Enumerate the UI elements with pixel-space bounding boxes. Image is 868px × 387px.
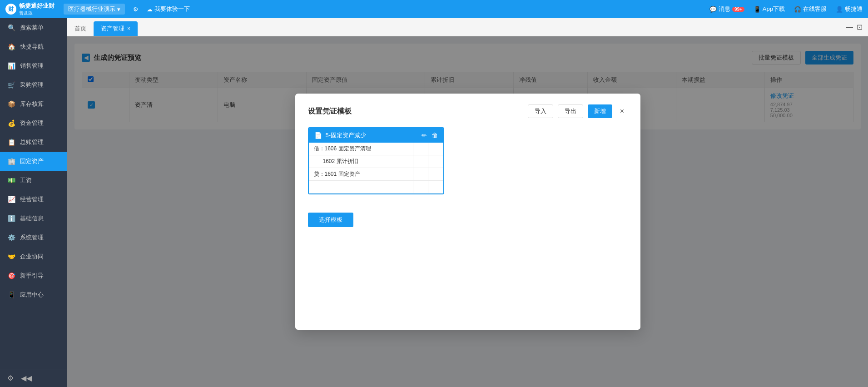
funds-icon: 💰: [7, 119, 15, 127]
entry-empty: [309, 181, 413, 194]
template-name: 5-固定资产减少: [326, 131, 367, 139]
entry-type-2: 1602 累计折旧: [309, 155, 413, 168]
sidebar-item-basic-info[interactable]: ℹ️ 基础信息: [0, 209, 67, 228]
logo-icon: 财: [5, 4, 16, 15]
page-content: ◀ 生成的凭证预览 批量凭证模板 全部生成凭证 变动类型 资产名称: [67, 36, 868, 387]
fixed-assets-icon: 🏢: [7, 157, 15, 165]
modal-title: 设置凭证模板: [308, 107, 352, 116]
template-card-body: 借：1606 固定资产清理 1602 累计折旧: [309, 143, 443, 194]
sidebar-item-system[interactable]: ⚙️ 系统管理: [0, 228, 67, 247]
app-center-icon: 📱: [7, 291, 15, 299]
entry-empty-debit: [413, 181, 428, 194]
sidebar: 🔍 搜索菜单 🏠 快捷导航 📊 销售管理 🛒 采购管理 📦 库存核算 💰: [0, 18, 67, 387]
window-minimize-button[interactable]: —: [846, 23, 853, 31]
sidebar-collapse-button[interactable]: ◀◀: [21, 374, 32, 382]
sidebar-label-salary: 工资: [20, 176, 32, 184]
export-button[interactable]: 导出: [558, 104, 583, 118]
enterprise-icon: 🤝: [7, 253, 15, 261]
main-layout: 🔍 搜索菜单 🏠 快捷导航 📊 销售管理 🛒 采购管理 📦 库存核算 💰: [0, 18, 868, 387]
template-entry-row: 借：1606 固定资产清理: [309, 143, 443, 155]
entry-credit-3: [428, 168, 443, 181]
entry-debit-3: [413, 168, 428, 181]
entry-credit-1: [428, 143, 443, 155]
experience-button[interactable]: ☁ 我要体验一下: [147, 5, 190, 13]
entry-type-3: 贷：1601 固定资产: [309, 168, 413, 181]
settings-button[interactable]: ⚙: [129, 3, 142, 15]
sidebar-item-app-center[interactable]: 📱 应用中心: [0, 285, 67, 304]
sidebar-item-ledger[interactable]: 📋 总账管理: [0, 133, 67, 152]
content-area: 首页 资产管理 × — ⊡ ◀ 生成的凭证预览 批量凭证模板: [67, 18, 868, 387]
sidebar-item-search[interactable]: 🔍 搜索菜单: [0, 18, 67, 37]
company-selector[interactable]: 医疗器械行业演示 ▾: [64, 4, 125, 15]
sales-icon: 📊: [7, 62, 15, 70]
headset-icon: 🎧: [794, 6, 801, 13]
sidebar-label-purchase: 采购管理: [20, 81, 44, 89]
template-card-actions: ✏ 🗑: [422, 132, 438, 139]
modal-overlay: 设置凭证模板 导入 导出 新增 × 📄: [67, 36, 868, 387]
home-icon: 🏠: [7, 43, 15, 51]
tab-close-button[interactable]: ×: [127, 25, 130, 32]
sidebar-item-salary[interactable]: 💵 工资: [0, 171, 67, 190]
sidebar-label-system: 系统管理: [20, 233, 44, 242]
template-empty-row: [309, 181, 443, 194]
template-entries-table: 借：1606 固定资产清理 1602 累计折旧: [309, 143, 443, 194]
sidebar-label-tutorial: 新手引导: [20, 272, 44, 280]
entry-debit-1: [413, 143, 428, 155]
inventory-icon: 📦: [7, 100, 15, 108]
template-card-header: 📄 5-固定资产减少 ✏ 🗑: [309, 128, 443, 143]
tab-bar-right: — ⊡: [840, 18, 868, 36]
sidebar-item-sales[interactable]: 📊 销售管理: [0, 56, 67, 75]
select-template-area: 选择模板: [308, 203, 628, 227]
app-download-button[interactable]: 📱 App下载: [754, 5, 785, 13]
messages-button[interactable]: 💬 消息 99+: [709, 5, 744, 13]
sidebar-label-app-center: 应用中心: [20, 291, 44, 299]
template-edit-icon[interactable]: ✏: [422, 132, 427, 139]
sidebar-item-purchase[interactable]: 🛒 采购管理: [0, 75, 67, 94]
basic-info-icon: ℹ️: [7, 214, 15, 223]
entry-credit-2: [428, 155, 443, 168]
messages-badge: 99+: [732, 7, 744, 12]
tab-asset-management[interactable]: 资产管理 ×: [94, 21, 138, 36]
sidebar-item-quick-nav[interactable]: 🏠 快捷导航: [0, 37, 67, 56]
sidebar-item-enterprise[interactable]: 🤝 企业协同: [0, 247, 67, 266]
sidebar-settings-button[interactable]: ⚙: [7, 374, 14, 382]
template-delete-icon[interactable]: 🗑: [432, 132, 438, 139]
purchase-icon: 🛒: [7, 81, 15, 89]
tab-home[interactable]: 首页: [67, 21, 94, 36]
template-entry-row: 贷：1601 固定资产: [309, 168, 443, 181]
entry-type-1: 借：1606 固定资产清理: [309, 143, 413, 155]
company-name: 医疗器械行业演示: [68, 5, 115, 13]
voucher-template-modal: 设置凭证模板 导入 导出 新增 × 📄: [295, 94, 640, 330]
new-template-button[interactable]: 新增: [588, 104, 612, 118]
template-card: 📄 5-固定资产减少 ✏ 🗑 借：1606 固定资: [308, 127, 444, 194]
modal-close-button[interactable]: ×: [617, 106, 628, 117]
download-icon: 📱: [754, 6, 761, 13]
sidebar-item-funds[interactable]: 💰 资金管理: [0, 114, 67, 133]
cloud-icon: ☁: [147, 6, 153, 13]
sidebar-nav: 🔍 搜索菜单 🏠 快捷导航 📊 销售管理 🛒 采购管理 📦 库存核算 💰: [0, 18, 67, 369]
select-template-button[interactable]: 选择模板: [308, 213, 353, 227]
header-right-actions: 💬 消息 99+ 📱 App下载 🎧 在线客服 👤 畅捷通: [709, 5, 863, 13]
sidebar-item-tutorial[interactable]: 🎯 新手引导: [0, 266, 67, 285]
online-service-button[interactable]: 🎧 在线客服: [794, 5, 827, 13]
search-icon: 🔍: [7, 24, 15, 32]
app-logo: 财 畅捷通好业财 普及版: [5, 2, 55, 16]
import-button[interactable]: 导入: [528, 104, 553, 118]
sidebar-label-basic-info: 基础信息: [20, 214, 44, 223]
tutorial-icon: 🎯: [7, 272, 15, 280]
tab-bar: 首页 资产管理 × — ⊡: [67, 18, 868, 36]
sidebar-label-fixed-assets: 固定资产: [20, 157, 44, 165]
window-maximize-button[interactable]: ⊡: [857, 23, 863, 31]
app-name: 畅捷通好业财 普及版: [19, 2, 55, 16]
user-menu-button[interactable]: 👤 畅捷通: [836, 5, 863, 13]
entry-empty-credit: [428, 181, 443, 194]
sidebar-label-operations: 经营管理: [20, 195, 44, 203]
salary-icon: 💵: [7, 176, 15, 184]
ledger-icon: 📋: [7, 138, 15, 146]
sidebar-label-search: 搜索菜单: [20, 24, 44, 32]
modal-header: 设置凭证模板 导入 导出 新增 ×: [308, 104, 628, 118]
sidebar-item-fixed-assets[interactable]: 🏢 固定资产: [0, 152, 67, 171]
sidebar-label-ledger: 总账管理: [20, 138, 44, 146]
sidebar-item-inventory[interactable]: 📦 库存核算: [0, 94, 67, 114]
sidebar-item-operations[interactable]: 📈 经营管理: [0, 190, 67, 209]
